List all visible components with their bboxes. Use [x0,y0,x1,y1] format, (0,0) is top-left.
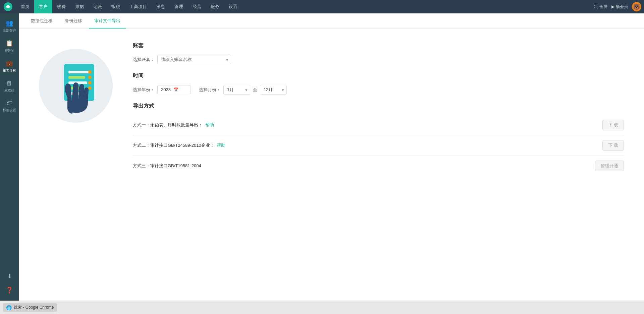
recycle-icon: 🗑 [6,80,12,87]
sidebar-download-button[interactable]: ⬇ [6,270,13,282]
nav-management[interactable]: 管理 [170,0,188,13]
nav-accounting[interactable]: 记账 [89,0,107,13]
method3-text: 方式三：审计接口GB/T19581-2004 [133,163,201,169]
migration-icon: 💼 [6,60,13,67]
app-logo [3,1,13,12]
year-value: 2023 [161,87,171,92]
method3-open-button[interactable]: 暂缓开通 [595,161,624,171]
method1-text: 方式一：余额表、序时账批量导出： 帮助 [133,122,214,128]
sidebar-help-button[interactable]: ❓ [6,284,13,297]
nav-service[interactable]: 服务 [206,0,224,13]
to-text: 至 [253,87,257,93]
sidebar-item-migration[interactable]: 💼 账套迁移 [0,56,19,76]
fullscreen-icon: ⛶ [594,4,598,9]
export-method-2: 方式二：审计接口GB/T24589-2010企业： 帮助 下 载 [133,135,624,156]
sidebar-item-declaration[interactable]: 📋 0申报 [0,36,19,56]
calendar-icon: 📅 [173,87,178,92]
month-end-select[interactable]: 1月2月3月4月 5月6月7月8月 9月10月11月 12月 [260,85,287,95]
svg-point-8 [88,76,92,79]
illustration-svg [49,54,103,118]
tabs-bar: 数据包迁移 备份迁移 审计文件导出 [19,13,644,29]
method2-download-button[interactable]: 下 载 [602,140,624,151]
sidebar-bottom: ⬇ ❓ [6,270,13,301]
illustration-area [39,42,113,287]
content-area: 数据包迁移 备份迁移 审计文件导出 [19,13,644,301]
nav-industry[interactable]: 工商项目 [125,0,152,13]
tab-backup-migration[interactable]: 备份迁移 [59,14,88,28]
sidebar-item-all-customers[interactable]: 👥 全部客户 [0,16,19,36]
nav-customer[interactable]: 客户 [34,0,52,13]
chrome-icon: 🌐 [6,305,12,310]
tags-icon: 🏷 [6,100,12,107]
sidebar-item-tags[interactable]: 🏷 标签设置 [0,96,19,116]
nav-message[interactable]: 消息 [152,0,170,13]
vip-button[interactable]: ▶ 畅会员 [611,4,628,10]
form-area: 账套 选择账套： ▾ 时间 选择年份： 2023 📅 [133,42,624,287]
top-nav: 首页 客户 收费 票据 记账 报税 工商项目 消息 管理 经营 服务 设置 ⛶ … [0,0,644,13]
nav-home[interactable]: 首页 [16,0,34,13]
export-method-1: 方式一：余额表、序时账批量导出： 帮助 下 载 [133,115,624,135]
tab-data-migration[interactable]: 数据包迁移 [25,14,58,28]
taskbar-chrome-item[interactable]: 🌐 线索 - Google Chrome [3,303,57,312]
account-row: 选择账套： ▾ [133,55,624,64]
declaration-icon: 📋 [6,40,13,47]
method2-text: 方式二：审计接口GB/T24589-2010企业： 帮助 [133,142,225,148]
year-label: 选择年份： [133,87,155,93]
month-end-wrapper: 1月2月3月4月 5月6月7月8月 9月10月11月 12月 [260,85,287,95]
customers-icon: 👥 [6,19,13,27]
export-section-title: 导出方式 [133,103,624,110]
account-input[interactable] [157,55,231,64]
illustration-circle [39,49,113,123]
account-section-title: 账套 [133,42,624,49]
tab-audit-export[interactable]: 审计文件导出 [89,14,126,28]
sidebar-item-recycle[interactable]: 🗑 回收站 [0,76,19,96]
taskbar: 🌐 线索 - Google Chrome [0,301,644,314]
time-row: 选择年份： 2023 📅 选择月份： 1月2月3月4月 5月6月7月8月 9月1… [133,85,624,95]
nav-billing[interactable]: 收费 [52,0,70,13]
svg-rect-2 [68,71,90,73]
export-method-3: 方式三：审计接口GB/T19581-2004 暂缓开通 [133,156,624,176]
nav-settings[interactable]: 设置 [224,0,242,13]
svg-rect-3 [68,76,85,79]
method2-help-link[interactable]: 帮助 [217,143,225,148]
sidebar: 👥 全部客户 📋 0申报 💼 账套迁移 🗑 回收站 🏷 标签设置 ⬇ ❓ [0,13,19,301]
time-section-title: 时间 [133,72,624,79]
fullscreen-button[interactable]: ⛶ 全屏 [594,4,607,10]
month-start-wrapper: 1月2月3月4月 5月6月7月8月 9月10月11月12月 [223,85,250,95]
account-select-wrapper [157,55,231,64]
time-section: 时间 选择年份： 2023 📅 选择月份： 1月2月3月4月 5月6月7月8月 [133,72,624,95]
vip-icon: ▶ [611,4,614,9]
account-label: 选择账套： [133,57,155,63]
svg-point-9 [88,81,92,84]
main-layout: 👥 全部客户 📋 0申报 💼 账套迁移 🗑 回收站 🏷 标签设置 ⬇ ❓ 数据包… [0,13,644,301]
nav-invoice[interactable]: 票据 [70,0,89,13]
user-avatar[interactable]: 🐻 [632,2,641,11]
year-input-wrapper: 2023 📅 [157,85,191,94]
method1-download-button[interactable]: 下 载 [602,120,624,130]
svg-point-7 [88,70,92,74]
page-content: 账套 选择账套： ▾ 时间 选择年份： 2023 📅 [19,29,644,301]
nav-items: 首页 客户 收费 票据 记账 报税 工商项目 消息 管理 经营 服务 设置 [16,0,594,13]
method1-help-link[interactable]: 帮助 [205,122,214,127]
nav-operation[interactable]: 经营 [188,0,206,13]
nav-right: ⛶ 全屏 ▶ 畅会员 🐻 [594,2,641,11]
month-label: 选择月份： [199,87,221,93]
taskbar-item-label: 线索 - Google Chrome [14,305,54,310]
nav-tax[interactable]: 报税 [107,0,125,13]
month-start-select[interactable]: 1月2月3月4月 5月6月7月8月 9月10月11月12月 [223,85,250,95]
export-section: 导出方式 方式一：余额表、序时账批量导出： 帮助 下 载 方式二：审计接口GB/… [133,103,624,176]
svg-point-10 [88,86,92,90]
